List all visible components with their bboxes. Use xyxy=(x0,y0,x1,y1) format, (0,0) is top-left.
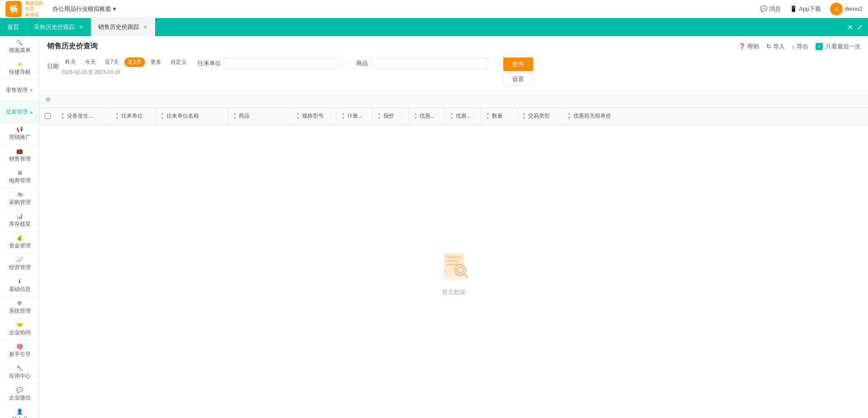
message-label: 消息 xyxy=(769,5,781,13)
sidebar-item-marketing[interactable]: 📢 营销推广 xyxy=(0,123,39,145)
sidebar-item-inventory[interactable]: 📊 库存核算 xyxy=(0,210,39,232)
sidebar-item-quick-nav[interactable]: ⚡ 快捷导航 xyxy=(0,58,39,80)
sidebar-item-retail[interactable]: 零售管理 ▼ xyxy=(0,80,39,101)
sidebar-item-basic-info[interactable]: ℹ 基础信息 xyxy=(0,275,39,297)
import-button[interactable]: ↻ 导入 xyxy=(766,43,785,51)
export-button[interactable]: ↓ 导出 xyxy=(792,43,809,51)
empty-illustration xyxy=(436,247,472,283)
tab-bar: 首页 采购历史价跟踪 ✕ 销售历史价跟踪 ✕ ✕ ⤢ xyxy=(0,18,868,36)
tab-sales-close[interactable]: ✕ xyxy=(143,24,147,30)
user-menu[interactable]: d demo2 xyxy=(830,3,863,15)
date-chip-today[interactable]: 今天 xyxy=(81,57,99,67)
empty-text: 暂无数据 xyxy=(442,288,466,296)
close-window-icon[interactable]: ✕ xyxy=(847,23,853,32)
sidebar-item-app-center[interactable]: 🔧 应用中心 xyxy=(0,362,39,384)
app-icon: 🔧 xyxy=(16,365,23,371)
sort-icon: ▲▼ xyxy=(486,111,490,120)
tab-purchase-history[interactable]: 采购历史价跟踪 ✕ xyxy=(27,18,91,36)
product-filter-group: 商品 ··· xyxy=(356,57,496,69)
tab-home-label: 首页 xyxy=(7,23,19,31)
sidebar-item-wechat[interactable]: 💬 企业微信 xyxy=(0,384,39,405)
page-actions: ❓ 帮助 ↻ 导入 ↓ 导出 ✓ 只看最后一次 xyxy=(738,43,861,51)
sidebar: 🔍 搜索菜单 ⚡ 快捷导航 零售管理 ▼ 批发管理 ▲ 📢 营销推广 💼 销售管… xyxy=(0,36,40,418)
only-last-checkbox[interactable]: ✓ 只看最后一次 xyxy=(816,43,861,51)
product-input[interactable] xyxy=(371,57,488,69)
help-button[interactable]: ❓ 帮助 xyxy=(738,43,759,51)
sidebar-item-enterprise-collab[interactable]: 🤝 企业协同 xyxy=(0,318,39,340)
marketing-icon: 📢 xyxy=(16,126,23,133)
empty-state: 暂无数据 xyxy=(436,247,472,296)
table-toolbar: ⚙ xyxy=(40,91,868,108)
th-checkbox[interactable] xyxy=(40,109,56,123)
sort-icon: ▲▼ xyxy=(115,111,119,120)
th-price[interactable]: ▲▼ 报价 xyxy=(373,108,409,124)
checkbox-icon: ✓ xyxy=(816,43,823,50)
tab-home[interactable]: 首页 xyxy=(0,18,27,36)
setting-button[interactable]: 设置 xyxy=(503,73,533,86)
th-qty[interactable]: ▲▼ 数量 xyxy=(481,108,517,124)
wechat-icon: 💬 xyxy=(16,387,23,393)
date-filter-group: 日期 昨天 今天 近7天 近1月 更多 自定义 2023-02-18 至 202… xyxy=(47,57,190,76)
sidebar-item-search[interactable]: 🔍 搜索菜单 xyxy=(0,36,39,58)
top-bar: 畅 畅捷信好生意 标准版 办公用品行业模拟账套 ▾ 💬 消息 📱 App下载 d… xyxy=(0,0,868,18)
th-trade-type[interactable]: ▲▼ 交易类型 xyxy=(517,108,562,124)
table-area: ⚙ ▲▼ 业务发生... ▲▼ 往来单位 ▲▼ 往来单位名称 xyxy=(40,91,868,418)
th-measure[interactable]: ▲▼ 计量... xyxy=(336,108,373,124)
sidebar-item-management[interactable]: 📈 经营管理 xyxy=(0,253,39,275)
chevron-down-icon: ▾ xyxy=(113,5,116,12)
date-label: 日期 xyxy=(47,62,59,71)
th-product[interactable]: ▲▼ 商品 xyxy=(228,108,291,124)
app-download-button[interactable]: 📱 App下载 xyxy=(790,5,821,13)
date-chip-7days[interactable]: 近7天 xyxy=(101,57,123,67)
gear-icon: ⚙ xyxy=(17,300,22,306)
system-selector[interactable]: 办公用品行业模拟账套 ▾ xyxy=(52,5,116,13)
date-chip-yesterday[interactable]: 昨天 xyxy=(61,57,80,67)
sidebar-item-wholesale[interactable]: 批发管理 ▲ xyxy=(0,101,39,123)
tab-sales-history[interactable]: 销售历史价跟踪 ✕ xyxy=(91,18,155,36)
unit-label: 往来单位 xyxy=(198,59,221,67)
sort-icon: ▲▼ xyxy=(160,111,165,120)
select-all-checkbox[interactable] xyxy=(45,113,51,119)
management-icon: 📈 xyxy=(16,256,23,263)
th-discount2[interactable]: ▲▼ 优惠... xyxy=(445,108,481,124)
unit-input[interactable] xyxy=(224,57,341,69)
date-chips: 昨天 今天 近7天 近1月 更多 自定义 xyxy=(61,57,190,67)
expand-window-icon[interactable]: ⤢ xyxy=(857,23,863,32)
app-download-label: App下载 xyxy=(799,5,821,13)
product-dots[interactable]: ··· xyxy=(491,60,496,66)
th-tax-price[interactable]: ▲▼ 优惠前无税单价 xyxy=(562,108,868,124)
tab-purchase-close[interactable]: ✕ xyxy=(79,24,83,30)
export-icon: ↓ xyxy=(792,43,795,50)
th-unit-code[interactable]: ▲▼ 往来单位 xyxy=(110,108,156,124)
inventory-icon: 📊 xyxy=(16,213,23,219)
chevron-up-icon: ▲ xyxy=(29,109,34,114)
date-chip-custom[interactable]: 自定义 xyxy=(167,57,190,67)
date-chip-more[interactable]: 更多 xyxy=(147,57,165,67)
sidebar-item-system[interactable]: ⚙ 系统管理 xyxy=(0,297,39,318)
sidebar-item-vip[interactable]: 👤 畅会员 xyxy=(0,405,39,418)
th-spec[interactable]: ▲▼ 规格型号 xyxy=(291,108,336,124)
query-button[interactable]: 查询 xyxy=(503,57,533,71)
th-unit-name[interactable]: ▲▼ 往来单位名称 xyxy=(156,108,228,124)
product-label: 商品 xyxy=(356,59,368,67)
th-discount1[interactable]: ▲▼ 优惠... xyxy=(409,108,445,124)
svg-rect-3 xyxy=(447,260,458,262)
page-title: 销售历史价查询 xyxy=(47,42,98,51)
message-button[interactable]: 💬 消息 xyxy=(760,5,781,13)
sidebar-item-beginner[interactable]: 🎯 新手引导 xyxy=(0,340,39,362)
sidebar-item-sales[interactable]: 💼 销售管理 xyxy=(0,145,39,166)
info-icon: ℹ xyxy=(19,278,21,285)
th-biz-date[interactable]: ▲▼ 业务发生... xyxy=(56,108,110,124)
date-range-display: 2023-02-18 至 2023-03-18 xyxy=(61,69,190,76)
main-layout: 🔍 搜索菜单 ⚡ 快捷导航 零售管理 ▼ 批发管理 ▲ 📢 营销推广 💼 销售管… xyxy=(0,36,868,418)
collab-icon: 🤝 xyxy=(16,322,23,328)
unit-dots[interactable]: ··· xyxy=(344,60,349,66)
sidebar-item-purchase[interactable]: 🛍 采购管理 xyxy=(0,188,39,210)
user-name: demo2 xyxy=(844,5,863,12)
sidebar-item-ecommerce[interactable]: 🖥 电商管理 xyxy=(0,166,39,188)
table-settings-icon[interactable]: ⚙ xyxy=(45,96,51,103)
export-label: 导出 xyxy=(797,43,808,51)
sort-icon: ▲▼ xyxy=(341,111,345,120)
sidebar-item-finance[interactable]: 💰 资金管理 xyxy=(0,232,39,253)
date-chip-1month[interactable]: 近1月 xyxy=(124,57,146,67)
